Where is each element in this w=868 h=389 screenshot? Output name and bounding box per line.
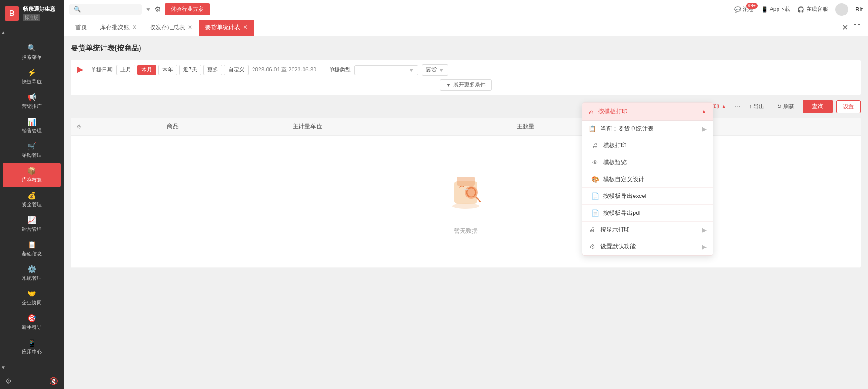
display-print-left: 🖨 按显示打印: [589, 226, 630, 234]
sidebar-item-wechat[interactable]: 💬 企业微信: [3, 359, 61, 362]
col-unit: 主计量单位: [287, 118, 511, 136]
tab-home-label: 首页: [75, 23, 87, 31]
sidebar-item-basic-info[interactable]: 📋 基础信息: [3, 237, 61, 261]
sidebar-item-label-inventory: 库存核算: [22, 177, 42, 183]
sidebar-item-marketing[interactable]: 📢 营销推广: [3, 89, 61, 113]
dropdown-item-template-print[interactable]: 🖨 模板打印: [582, 137, 713, 154]
sidebar-settings-icon[interactable]: ⚙: [5, 377, 12, 385]
tab-order-stats[interactable]: 要货单统计表 ✕: [199, 20, 254, 36]
close-tab-btn[interactable]: ✕: [840, 21, 850, 34]
expand-more-btn[interactable]: ▼ 展开更多条件: [440, 79, 492, 91]
yaohuodan-label: 要货: [426, 66, 437, 74]
dropdown-current-template[interactable]: 📋 当前：要货单统计表 ▶: [582, 121, 713, 137]
toolbar-more-icon[interactable]: ···: [735, 102, 741, 111]
refresh-btn[interactable]: ↻ 刷新: [773, 101, 799, 112]
search-icon: 🔍: [74, 6, 81, 13]
dropdown-header-title: 按模板打印: [598, 107, 628, 116]
sidebar-item-operations[interactable]: 📈 经营管理: [3, 212, 61, 236]
date-btn-this-year[interactable]: 本年: [158, 65, 177, 75]
dropdown-item-export-excel[interactable]: 📄 按模板导出excel: [582, 188, 713, 205]
sidebar-item-app-center[interactable]: 📱 应用中心: [3, 335, 61, 359]
sidebar-item-guide[interactable]: 🎯 新手引导: [3, 310, 61, 334]
col-unit-label: 主计量单位: [293, 123, 322, 130]
current-template-icon: 📋: [589, 125, 596, 132]
sidebar-item-sales[interactable]: 📊 销售管理: [3, 114, 61, 138]
sidebar: B 畅康通好生意 标准版 ▲ 🔍 搜索菜单 ⚡ 快捷导航 📢 营销推广 📊 销售…: [0, 0, 64, 389]
export-excel-label: 按模板导出excel: [603, 192, 646, 200]
industry-btn[interactable]: 体验行业方案: [165, 3, 210, 15]
app-logo-icon: B: [5, 6, 19, 21]
online-support-btn[interactable]: 🎧 在线客服: [798, 5, 828, 13]
date-btn-more[interactable]: 更多: [203, 65, 222, 75]
scroll-down-arrow[interactable]: ▼: [1, 362, 5, 373]
messages-btn[interactable]: 💬 消息 99+: [734, 5, 754, 13]
empty-icon: [443, 167, 489, 222]
dropdown-default-func[interactable]: ⚙ 设置默认功能 ▶: [582, 238, 713, 255]
type-select-chevron: ▼: [409, 67, 414, 73]
sidebar-item-label-sales: 销售管理: [22, 127, 42, 134]
query-btn[interactable]: 查询: [803, 100, 833, 113]
tab-inventory-batch-close[interactable]: ✕: [132, 24, 137, 30]
print-dropdown-arrow: ▲: [721, 103, 727, 110]
refresh-label: 刷新: [783, 103, 794, 111]
tabs-bar: 首页 库存批次账 ✕ 收发存汇总表 ✕ 要货单统计表 ✕ ✕ ⛶: [64, 19, 868, 36]
sidebar-item-system[interactable]: ⚙️ 系统管理: [3, 261, 61, 285]
app-download-btn[interactable]: 📱 App下载: [761, 5, 790, 13]
sidebar-item-search-menu[interactable]: 🔍 搜索菜单: [3, 40, 61, 64]
export-btn[interactable]: ↑ 导出: [744, 101, 769, 112]
dropdown-current-left: 📋 当前：要货单统计表: [589, 125, 653, 133]
sidebar-scroll-up[interactable]: ▲: [0, 27, 6, 38]
search-dropdown-chevron[interactable]: ▼: [145, 6, 151, 13]
sidebar-item-collab[interactable]: 🤝 企业协同: [3, 286, 61, 310]
operations-icon: 📈: [27, 216, 36, 224]
sidebar-item-label-operations: 经营管理: [22, 226, 42, 232]
sidebar-item-label-search-menu: 搜索菜单: [22, 54, 42, 61]
maximize-tab-btn[interactable]: ⛶: [852, 21, 863, 34]
sidebar-scroll-down[interactable]: ▼: [0, 362, 6, 373]
tab-collection-summary-close[interactable]: ✕: [188, 24, 192, 30]
user-avatar[interactable]: [835, 3, 848, 16]
topbar-gear-icon[interactable]: ⚙: [155, 5, 161, 14]
sidebar-nav: 🔍 搜索菜单 ⚡ 快捷导航 📢 营销推广 📊 销售管理 🛒 采购管理 📦 库存核…: [0, 38, 64, 362]
app-center-icon: 📱: [27, 338, 36, 347]
sidebar-item-finance[interactable]: 💰 资金管理: [3, 187, 61, 212]
dropdown-item-export-pdf[interactable]: 📄 按模板导出pdf: [582, 205, 713, 222]
tabs-actions: ✕ ⛶: [840, 21, 863, 34]
dropdown-item-template-preview[interactable]: 👁 模板预览: [582, 154, 713, 171]
tab-order-stats-close[interactable]: ✕: [243, 24, 248, 30]
page-title: 要货单统计表(按商品): [71, 44, 861, 53]
inventory-icon: 📦: [27, 167, 36, 175]
search-input[interactable]: [83, 6, 128, 13]
sidebar-item-inventory[interactable]: 📦 库存核算: [3, 163, 61, 187]
sidebar-item-purchase[interactable]: 🛒 采购管理: [3, 138, 61, 162]
date-btn-last-month[interactable]: 上月: [116, 65, 135, 75]
sidebar-item-label-collab: 企业协同: [22, 299, 42, 306]
tab-order-stats-label: 要货单统计表: [205, 23, 240, 31]
messages-badge: 99+: [746, 3, 758, 9]
quick-nav-icon: ⚡: [27, 68, 36, 77]
settings-btn[interactable]: 设置: [836, 100, 861, 113]
tab-inventory-batch[interactable]: 库存批次账 ✕: [94, 20, 143, 36]
tab-home[interactable]: 首页: [69, 20, 94, 36]
scroll-up-arrow[interactable]: ▲: [1, 27, 5, 38]
date-btn-7days[interactable]: 近7天: [179, 65, 201, 75]
type-select[interactable]: ▼: [354, 65, 418, 75]
dropdown-item-template-design[interactable]: 🎨 模板自定义设计: [582, 171, 713, 188]
sidebar-footer: ⚙ 🔇: [0, 373, 64, 389]
table-settings-icon[interactable]: ⚙: [76, 123, 82, 130]
template-preview-label: 模板预览: [603, 158, 627, 167]
topbar-search-box[interactable]: 🔍: [69, 4, 142, 15]
sidebar-item-label-quick-nav: 快捷导航: [22, 78, 42, 85]
tab-collection-summary[interactable]: 收发存汇总表 ✕: [143, 20, 199, 36]
default-func-left: ⚙ 设置默认功能: [589, 242, 636, 251]
date-btn-this-month[interactable]: 本月: [137, 65, 156, 75]
empty-text: 暂无数据: [454, 227, 478, 235]
dropdown-display-print[interactable]: 🖨 按显示打印 ▶: [582, 222, 713, 238]
dropdown-header-icon: 🖨: [589, 108, 594, 115]
sidebar-sound-icon[interactable]: 🔇: [49, 377, 58, 385]
filter-expand-arrow[interactable]: ▶: [77, 65, 83, 74]
sidebar-item-quick-nav[interactable]: ⚡ 快捷导航: [3, 65, 61, 89]
current-template-chevron: ▶: [702, 126, 707, 132]
yaohuodan-filter[interactable]: 要货 ▼: [422, 64, 448, 76]
date-btn-custom[interactable]: 自定义: [224, 65, 249, 75]
